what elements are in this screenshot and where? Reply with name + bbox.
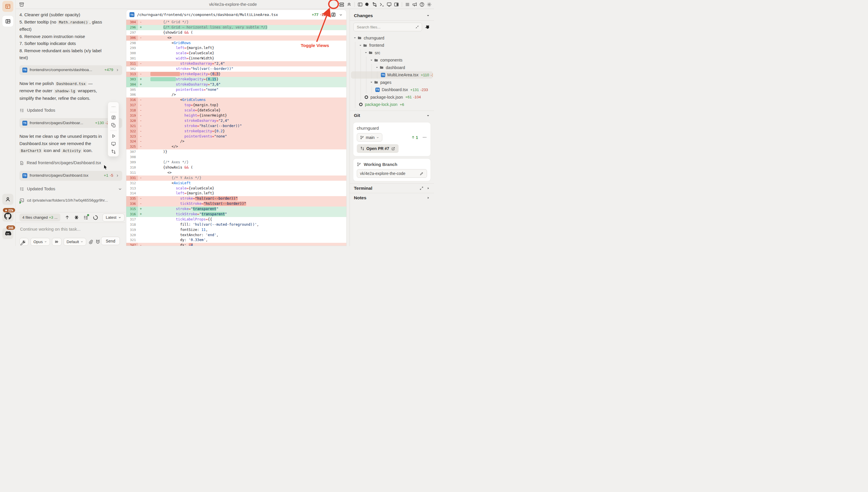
tree-item[interactable]: package-lock.json+6	[351, 101, 433, 108]
message-hover-toolbar	[108, 102, 119, 157]
settings-icon[interactable]	[426, 2, 432, 7]
monitor-icon[interactable]	[386, 2, 392, 7]
caret-down-icon	[426, 114, 430, 118]
panel-left-icon[interactable]	[357, 2, 363, 7]
monitor-icon[interactable]	[111, 141, 116, 147]
changes-section-header[interactable]: Changes	[350, 11, 434, 20]
cat-icon[interactable]	[95, 239, 100, 244]
diff-line: 318- scale={dateScale}	[126, 108, 346, 113]
panel-right-icon[interactable]	[394, 2, 399, 7]
chat-input[interactable]	[20, 226, 121, 232]
window-title: vk/4e2a-explore-the-code	[209, 2, 257, 7]
diff-line: 321 dy: '0.33em',	[126, 238, 346, 243]
more-actions-icon[interactable]	[111, 104, 116, 109]
file-search-input[interactable]	[356, 25, 414, 30]
mode-dropdown[interactable]: Default	[64, 238, 86, 246]
account-button[interactable]	[2, 194, 13, 205]
checklist-icon	[20, 108, 24, 113]
updated-todos-row[interactable]: Updated Todos	[20, 186, 122, 193]
git-section-header[interactable]: Git	[350, 110, 434, 120]
file-search-box[interactable]	[353, 23, 422, 31]
tree-item[interactable]: TSMultiLineArea.tsx+110-162	[351, 71, 433, 79]
fast-forward-icon	[54, 240, 59, 244]
chat-icon[interactable]	[365, 2, 370, 7]
package-icon	[364, 95, 368, 99]
terminal-command-row[interactable]: cd /private/var/folders/10/h7w0q46556ggr…	[20, 197, 122, 204]
changes-tree: churnguardfrontendsrccomponentsdashboard…	[350, 34, 434, 110]
model-dropdown[interactable]: Opus	[30, 238, 50, 246]
layout-icon	[5, 3, 11, 9]
megaphone-icon[interactable]	[412, 2, 418, 7]
tree-item[interactable]: pages	[351, 79, 433, 86]
tree-caret-icon[interactable]	[370, 81, 373, 84]
send-button[interactable]: Send	[101, 237, 120, 245]
stage-icon[interactable]	[331, 12, 336, 18]
ts-file-icon: TS	[375, 88, 380, 92]
chat-input-area	[16, 223, 125, 236]
tree-caret-icon[interactable]	[364, 51, 368, 54]
tree-caret-icon[interactable]	[359, 44, 362, 47]
todos-status-icon[interactable]	[83, 215, 89, 220]
edit-icon[interactable]	[420, 171, 424, 176]
tree-item[interactable]: components	[351, 56, 433, 64]
collapse-all-icon[interactable]	[346, 2, 352, 7]
diff-line: 316+ tickStroke="transparent"	[126, 212, 346, 217]
menu-icon[interactable]	[405, 2, 410, 7]
tree-item[interactable]: frontend	[351, 42, 433, 49]
stage-icon[interactable]	[111, 115, 116, 120]
toggle-views-icon[interactable]	[339, 2, 345, 7]
workspace-active-button[interactable]	[2, 1, 13, 12]
tree-item[interactable]: src	[351, 49, 433, 56]
file-change-chip[interactable]: TSfrontend/src/pages/Dashboar...+130-233	[20, 118, 122, 128]
external-link-icon	[391, 147, 395, 151]
branch-dropdown[interactable]: main	[357, 133, 382, 142]
diff-line: 323- pointerEvents="none"	[126, 134, 346, 139]
right-panel: Changes churnguardfrontendsrccomponentsd…	[350, 9, 434, 246]
discord-button[interactable]: 346	[2, 228, 13, 239]
board-view-button[interactable]	[2, 16, 13, 27]
tree-item[interactable]: package-lock.json+61-104	[351, 93, 433, 101]
tree-item[interactable]: churnguard	[351, 34, 433, 42]
terminal-section-header[interactable]: Terminal	[350, 183, 434, 193]
diff-line: 303+ strokeOpacity={0.15}	[126, 77, 346, 82]
stylus-icon[interactable]	[20, 241, 25, 246]
file-change-chip[interactable]: TSfrontend/src/components/dashboa...+479	[20, 65, 122, 75]
spark-icon[interactable]	[74, 215, 79, 220]
expand-icon[interactable]	[420, 186, 424, 190]
fast-forward-button[interactable]	[52, 238, 62, 246]
git-compare-icon[interactable]	[111, 149, 116, 154]
diff-body[interactable]: 304- {/* Grid */}296+ {/* Grid — horizon…	[126, 20, 346, 246]
archive-icon[interactable]	[19, 2, 24, 7]
file-change-chip[interactable]: TSfrontend/src/pages/Dashboard.tsx+1-5	[20, 171, 122, 181]
help-icon[interactable]	[419, 2, 425, 7]
scroll-up-icon[interactable]	[65, 215, 70, 220]
collapse-tree-icon[interactable]	[415, 25, 419, 29]
notes-section-header[interactable]: Notes	[350, 193, 434, 202]
copy-icon[interactable]	[111, 123, 116, 128]
play-icon[interactable]	[111, 133, 116, 139]
tree-caret-icon[interactable]	[370, 58, 373, 62]
open-pr-button[interactable]: Open PR #7	[357, 144, 399, 153]
working-branch-field[interactable]: vk/4e2a-explore-the-code	[357, 169, 427, 178]
chevron-down-icon[interactable]	[118, 187, 122, 191]
tree-caret-icon[interactable]	[353, 36, 356, 40]
diff-line: 310 {showAxis && (	[126, 165, 346, 170]
updated-todos-row[interactable]: Updated Todos	[20, 107, 122, 114]
tree-item[interactable]: dashboard	[351, 64, 433, 71]
diff-line: 319 fontSize: 11,	[126, 227, 346, 233]
diff-line: 317 tickLabelProps={{	[126, 217, 346, 222]
repo-more-icon[interactable]	[422, 135, 427, 140]
tree-item[interactable]: TSDashboard.tsx+131-233	[351, 86, 433, 94]
files-changed-pill[interactable]: 4 files changed +3...	[20, 214, 61, 221]
cat-icon[interactable]	[425, 24, 430, 30]
ts-file-icon: TS	[22, 121, 27, 126]
github-button[interactable]: 22k	[2, 211, 13, 222]
terminal-icon[interactable]	[379, 2, 385, 7]
git-compare-icon[interactable]	[372, 2, 377, 7]
chevron-down-icon[interactable]	[339, 13, 343, 17]
diff-line: 312 <AxisLeft	[126, 181, 346, 186]
diff-line: 300 scale={valueScale}	[126, 51, 346, 56]
tree-caret-icon[interactable]	[375, 66, 379, 69]
latest-dropdown[interactable]: Latest	[102, 214, 124, 222]
attach-icon[interactable]	[88, 239, 93, 244]
